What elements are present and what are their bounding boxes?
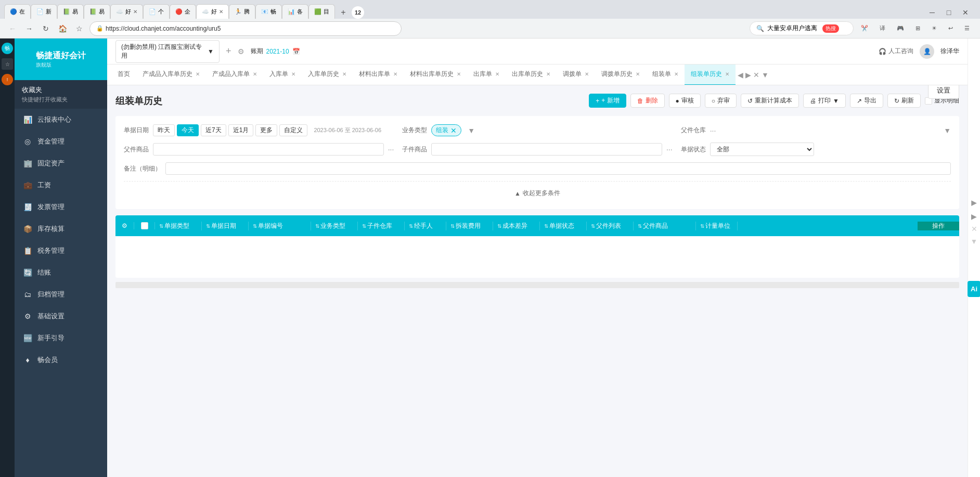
nav-tab-production-in-history[interactable]: 产成品入库单历史 ✕ [136,65,206,85]
add-button[interactable]: + + 新增 [589,94,626,108]
nav-tab-transfer-history[interactable]: 调拨单历史 ✕ [595,65,646,85]
parent-goods-more[interactable]: ··· [388,145,394,153]
recalculate-button[interactable]: ↺ 重新计算成本 [741,94,799,108]
th-settings[interactable]: ⚙ [115,222,134,229]
browser-tab-11[interactable]: 📊 各 [282,4,308,19]
game-button[interactable]: 🎮 [893,24,908,33]
browser-tab-3[interactable]: 📗 易 [57,4,84,19]
sidebar-item-payroll[interactable]: 💼 工资 [15,174,107,196]
sidebar-item-settings[interactable]: ⚙ 基础设置 [15,305,107,327]
custom-button[interactable]: 自定义 [279,124,307,136]
setting-button[interactable]: 设置 [928,85,959,99]
th-checkbox[interactable] [134,222,155,229]
sidebar-item-vip[interactable]: ♦ 畅会员 [15,349,107,371]
sidebar-item-tax[interactable]: 📋 税务管理 [15,240,107,262]
last7days-button[interactable]: 近7天 [201,124,226,136]
nav-tab-close-9[interactable]: ✕ [585,71,589,77]
remark-input[interactable] [165,162,951,175]
nav-tab-production-in[interactable]: 产成品入库单 ✕ [206,65,263,85]
refresh-button[interactable]: ↻ 刷新 [887,94,921,108]
browser-tab-4[interactable]: 📗 易 [84,4,110,19]
browser-tab-7[interactable]: 🔴 企 [170,4,196,19]
sidebar-item-archive[interactable]: 🗂 归档管理 [15,283,107,305]
panel-collapse-button[interactable]: ◀ [971,200,977,208]
home-button[interactable]: 🏠 [56,22,69,35]
service-button[interactable]: 🎧 人工咨询 [879,47,913,56]
period-selector[interactable]: 账期 2021-10 📅 [251,47,300,56]
nav-prev-button[interactable]: ◀ [738,71,743,79]
th-handler[interactable]: ⇅ 经手人 [405,222,446,230]
nav-tab-close-3[interactable]: ✕ [291,71,295,77]
nav-tab-close-5[interactable]: ✕ [393,71,397,77]
reload-button[interactable]: ↻ [40,22,52,35]
nav-tab-transfer[interactable]: 调拨单 ✕ [557,65,595,85]
header-checkbox[interactable] [141,222,148,229]
user-name-button[interactable]: 徐泽华 [940,47,959,56]
th-parent-goods[interactable]: ⇅ 父件商品 [634,222,696,230]
panel-expand-button[interactable]: ▶ [971,212,977,221]
print-button[interactable]: 🖨 打印 ▼ [803,94,846,108]
abandon-button[interactable]: ○ 弃审 [705,94,737,108]
nav-tab-close-6[interactable]: ✕ [457,71,461,77]
th-business-type[interactable]: ⇅ 业务类型 [311,222,358,230]
th-unit[interactable]: ⇅ 计量单位 [696,222,738,230]
sidebar-item-fixed-assets[interactable]: 🏢 固定资产 [15,152,107,174]
new-tab-button[interactable]: + [337,6,350,19]
browser-tab-8[interactable]: ☁️ 好 ✕ [196,4,229,19]
layout-button[interactable]: ⊞ [911,24,924,33]
url-input[interactable]: 🔒 https://cloud.chanjet.com/accounting/u… [89,21,402,36]
nav-tab-close-11[interactable]: ✕ [674,71,678,77]
browser-tab-6[interactable]: 📄 个 [143,4,170,19]
ai-button[interactable]: Ai [968,281,980,297]
sidebar-collection[interactable]: 收藏夹 快捷键打开收藏夹 [15,80,107,109]
forward-button[interactable]: → [23,22,35,35]
parent-goods-input[interactable] [153,143,384,156]
nav-tab-assembly[interactable]: 组装单 ✕ [646,65,685,85]
horizontal-scrollbar[interactable] [115,282,959,288]
company-selector[interactable]: (勿删勿禁用) 江西服宝测试专用 ▼ [115,40,220,63]
nav-tab-material-out[interactable]: 材料出库单 ✕ [353,65,404,85]
th-child-warehouse[interactable]: ⇅ 子件仓库 [358,222,405,230]
nav-tab-close-2[interactable]: ✕ [253,71,257,77]
nav-tab-close-10[interactable]: ✕ [636,71,640,77]
bookmark-button[interactable]: ☆ [73,22,85,35]
th-bill-date[interactable]: ⇅ 单据日期 [202,222,249,230]
nav-tab-outbound[interactable]: 出库单 ✕ [467,65,506,85]
audit-button[interactable]: ● 审核 [669,94,701,108]
browser-tab-1[interactable]: 🔵 在 [4,4,31,19]
export-button[interactable]: ↗ 导出 [850,94,883,108]
browser-tab-12[interactable]: 🟩 目 [308,4,335,19]
th-bill-no[interactable]: ⇅ 单据编号 [249,222,311,230]
sidebar-item-fund[interactable]: ◎ 资金管理 [15,131,107,152]
panel-close-button[interactable]: ✕ [971,225,977,233]
browser-tab-10[interactable]: 📧 畅 [255,4,282,19]
theme-button[interactable]: ☀ [927,24,941,33]
browser-tab-9[interactable]: 🏃 腾 [229,4,255,19]
yesterday-button[interactable]: 昨天 [153,124,175,136]
notification-mini[interactable]: ! [2,74,13,85]
maximize-button[interactable]: □ [943,6,955,19]
nav-close-all-button[interactable]: ✕ [753,71,759,79]
browser-tab-5[interactable]: ☁️ 好 ✕ [110,4,143,19]
th-bill-status[interactable]: ⇅ 单据状态 [540,222,587,230]
sidebar-mini-icon[interactable]: ☆ [2,58,13,70]
today-button[interactable]: 今天 [177,124,199,136]
more-button[interactable]: 更多 [255,124,277,136]
sidebar-item-inventory[interactable]: 📦 库存核算 [15,218,107,240]
nav-tab-home[interactable]: 首页 [111,65,136,85]
sidebar-item-invoice[interactable]: 🧾 发票管理 [15,196,107,218]
add-company-button[interactable]: + [226,46,231,57]
minimize-button[interactable]: ─ [926,6,938,19]
nav-tab-receipt[interactable]: 入库单 ✕ [263,65,302,85]
parent-warehouse-more[interactable]: ··· [710,126,716,135]
tab-close-8[interactable]: ✕ [219,9,223,15]
nav-tab-material-out-history[interactable]: 材料出库单历史 ✕ [404,65,467,85]
sidebar-item-guide[interactable]: 🆕 新手引导 [15,327,107,349]
nav-more-button[interactable]: ▼ [762,71,769,79]
business-type-dropdown[interactable]: ▼ [468,126,475,135]
child-goods-more[interactable]: ··· [666,145,673,153]
nav-tab-close-1[interactable]: ✕ [196,71,200,77]
panel-more-button[interactable]: ▼ [971,237,978,246]
nav-tab-close-7[interactable]: ✕ [495,71,499,77]
child-goods-input[interactable] [431,143,662,156]
